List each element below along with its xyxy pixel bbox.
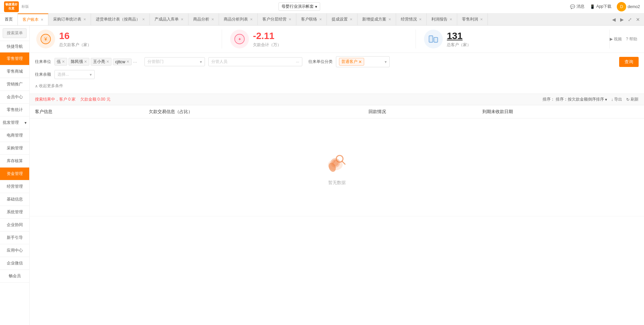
close-icon[interactable]: ✕ [449, 17, 452, 21]
more-tags-btn[interactable]: ··· [133, 59, 137, 65]
close-icon[interactable]: ✕ [211, 17, 214, 21]
export-btn[interactable]: ↓ 导出 [611, 97, 622, 102]
close-icon[interactable]: ✕ [419, 17, 422, 21]
user-menu[interactable]: D demo2 [617, 2, 640, 11]
tab-customer-tier[interactable]: 客户分层经营 ✕ [258, 13, 296, 25]
sort-selector[interactable]: 排序： 排序：按欠款金额倒序排序 ▾ [543, 97, 607, 102]
sidebar-item-basic-info[interactable]: 基础信息 [0, 193, 29, 206]
results-bar: 搜索结果中，客户 0 家 欠款金额 0.00 元 排序： 排序：按欠款金额倒序排… [30, 94, 644, 105]
close-icon[interactable]: ✕ [181, 17, 183, 21]
dept-selector[interactable]: 分管部门 ▾ [144, 57, 205, 66]
video-btn[interactable]: ▶ 视频 [610, 36, 622, 42]
tab-product-analysis[interactable]: 商品分析 ✕ [188, 13, 219, 25]
sidebar-item-inventory[interactable]: 库存核算 [0, 155, 29, 168]
help-btn[interactable]: ? 帮助 [626, 36, 637, 42]
sidebar-item-member-center[interactable]: 会员中心 [0, 91, 29, 104]
refresh-btn[interactable]: ↻ 刷新 [626, 97, 639, 102]
unit-label: 往来单位 [35, 59, 51, 65]
sidebar-item-cooperation[interactable]: 企业协同 [0, 219, 29, 231]
sidebar-item-wechat[interactable]: 企业微信 [0, 257, 29, 270]
total-customers-icon [424, 30, 443, 48]
avatar: D [617, 2, 626, 11]
unit-type-label: 往来单位分类 [308, 59, 333, 65]
tag-close-icon[interactable]: ✕ [126, 60, 129, 64]
filter-row-2: 往来余额 选择... ▾ [35, 70, 639, 79]
tag-close-icon[interactable]: ✕ [84, 60, 87, 64]
quick-nav-btn[interactable]: 快捷导航 [0, 41, 29, 52]
col-repayment: 回款情况 [363, 105, 477, 118]
tab-operations[interactable]: 经营情况 ✕ [396, 13, 427, 25]
sidebar-item-purchase[interactable]: 采购管理 [0, 142, 29, 155]
sidebar-item-ecommerce[interactable]: 电商管理 [0, 129, 29, 142]
sidebar-item-retail-mgmt[interactable]: 零售管理 [0, 52, 29, 65]
tag-close-icon[interactable]: ✕ [62, 60, 65, 64]
total-customers-value: 131 [447, 30, 471, 42]
tab-controls: ◀ ▶ ⤢ ✕ [608, 16, 644, 23]
unit-type-selector[interactable]: 普通客户 ✕ ▾ [336, 56, 390, 67]
close-icon[interactable]: ✕ [388, 17, 391, 21]
tab-customer-contact[interactable]: 客户联络 ✕ [296, 13, 327, 25]
query-button[interactable]: 查询 [619, 57, 639, 67]
sidebar-item-marketing[interactable]: 营销推广 [0, 78, 29, 91]
chevron-down-icon: ▾ [385, 60, 387, 64]
main-layout: 搜索菜单 快捷导航 零售管理 零售商城 营销推广 会员中心 零售统计 批发管理 … [0, 26, 644, 325]
sidebar-item-member[interactable]: 畅会员 [0, 270, 29, 283]
tab-commission-setting[interactable]: 提成设置 ✕ [327, 13, 357, 25]
filter-tag-chen[interactable]: 陈民强 ✕ [69, 58, 89, 66]
tab-next-btn[interactable]: ▶ [618, 16, 625, 23]
header-right: 💬 消息 📱 App下载 D demo2 [570, 2, 640, 11]
tab-profit-report[interactable]: 利润报告 ✕ [427, 13, 457, 25]
close-icon[interactable]: ✕ [289, 17, 291, 21]
filter-tag-wang[interactable]: 王小亮 ✕ [91, 58, 112, 66]
app-download-btn[interactable]: 📱 App下载 [590, 4, 611, 9]
results-text: 搜索结果中，客户 0 家 欠款金额 0.00 元 [35, 97, 111, 102]
svg-text:¥: ¥ [44, 36, 47, 42]
close-icon[interactable]: ✕ [41, 18, 43, 22]
tab-purchase-order[interactable]: 采购订单统计表 ✕ [48, 13, 91, 25]
tag-close-icon[interactable]: ✕ [106, 60, 109, 64]
tab-fullscreen-btn[interactable]: ⤢ [627, 16, 633, 23]
tab-retail-profit[interactable]: 零售利润 ✕ [457, 13, 488, 25]
tab-close-btn[interactable]: ✕ [635, 16, 641, 23]
sidebar-item-retail-mall[interactable]: 零售商城 [0, 65, 29, 78]
filter-tag-cjttcw[interactable]: cjttcw ✕ [113, 59, 132, 65]
filter-tag-wu[interactable]: 伍 ✕ [54, 58, 67, 66]
tab-new-commission[interactable]: 新增提成方案 ✕ [357, 13, 396, 25]
search-menu-btn[interactable]: 搜索菜单 [3, 28, 27, 38]
tab-prev-btn[interactable]: ◀ [610, 16, 617, 23]
chevron-down-icon: ▾ [605, 97, 607, 102]
svg-rect-5 [434, 37, 438, 42]
svg-text:✦: ✦ [238, 37, 242, 42]
sidebar-item-retail-stats[interactable]: 零售统计 [0, 104, 29, 116]
close-icon[interactable]: ✕ [350, 17, 352, 21]
close-icon[interactable]: ✕ [83, 17, 86, 21]
close-icon[interactable]: ✕ [142, 17, 145, 21]
balance-selector[interactable]: 选择... ▾ [54, 70, 95, 79]
stat-debt-total: ✦ -2.11 欠款合计（万） [222, 30, 416, 48]
person-selector[interactable]: 分管人员 ··· [208, 57, 302, 66]
sidebar-item-operations[interactable]: 经营管理 [0, 180, 29, 193]
messages-btn[interactable]: 💬 消息 [570, 4, 585, 9]
collapse-btn[interactable]: ∧ 收起更多条件 [35, 83, 639, 89]
collapse-area: ∧ 收起更多条件 [35, 82, 639, 90]
sidebar-item-newbie[interactable]: 新手引导 [0, 231, 29, 244]
close-icon[interactable]: ✕ [480, 17, 483, 21]
debt-customers-icon: ¥ [36, 30, 55, 48]
tab-finished-goods[interactable]: 产成品入库单 ✕ [150, 13, 188, 25]
sidebar-item-finance[interactable]: 资金管理 [0, 168, 29, 180]
close-icon[interactable]: ✕ [250, 17, 253, 21]
tag-close-icon[interactable]: ✕ [358, 60, 362, 64]
close-icon[interactable]: ✕ [319, 17, 322, 21]
sidebar-item-system[interactable]: 系统管理 [0, 206, 29, 219]
sidebar-item-wholesale[interactable]: 批发管理 ▾ [0, 116, 29, 129]
tab-product-analysis-list[interactable]: 商品分析列表 ✕ [219, 13, 258, 25]
sidebar: 搜索菜单 快捷导航 零售管理 零售商城 营销推广 会员中心 零售统计 批发管理 … [0, 26, 30, 325]
tab-home[interactable]: 首页 [0, 13, 18, 25]
tab-customer-account[interactable]: 客户账本 ✕ [18, 13, 48, 25]
empty-text: 暂无数据 [328, 180, 346, 186]
logo-area: 畅捷通好生意 标版 [4, 1, 29, 12]
company-selector[interactable]: 母婴行业演示帐套 ▾ [278, 2, 320, 11]
tab-inbound-stats[interactable]: 进货单统计表（按商品） ✕ [91, 13, 150, 25]
sidebar-item-app-center[interactable]: 应用中心 [0, 244, 29, 257]
stat-total-customers: 131 总客户（家） [416, 30, 610, 48]
